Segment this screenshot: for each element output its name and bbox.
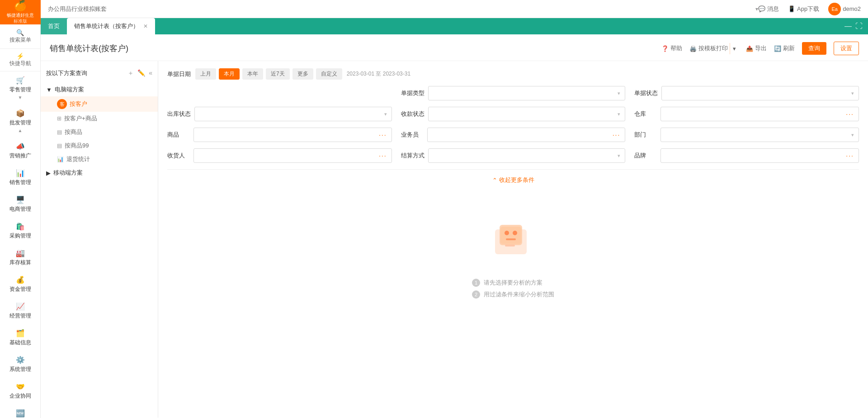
sidebar-item-retail[interactable]: 🛒 零售管理 ▼ xyxy=(0,71,40,104)
ecommerce-icon: 🖥️ xyxy=(16,195,25,204)
tab-close-btn[interactable]: ✕ xyxy=(143,23,148,29)
warehouse-dots: ··· xyxy=(846,110,854,118)
logo-sub: 标准版 xyxy=(14,18,27,24)
svg-point-6 xyxy=(505,231,509,235)
tree-group-desktop-label: 电脑端方案 xyxy=(55,86,84,94)
department-label: 部门 xyxy=(634,131,657,139)
collapse-btn[interactable]: ⌃ 收起更多条件 xyxy=(167,171,859,189)
filter-payment-method: 结算方式 ▾ xyxy=(401,148,626,163)
stock-out-control[interactable]: ▾ xyxy=(194,107,392,121)
app-download-btn[interactable]: 📱 App下载 xyxy=(788,5,819,13)
salesman-control[interactable]: ··· xyxy=(427,128,626,142)
sidebar-item-inventory[interactable]: 🏭 库存核算 xyxy=(0,244,40,271)
receiver-control[interactable]: ··· xyxy=(193,148,392,163)
enterprise-icon: 🤝 xyxy=(16,382,25,391)
sidebar-item-sales[interactable]: 📊 销售管理 xyxy=(0,164,40,191)
tree-group-desktop-arrow: ▼ xyxy=(46,86,52,93)
tab-home-label: 首页 xyxy=(48,22,60,30)
sidebar-item-operations-label: 经营管理 xyxy=(9,312,31,320)
sidebar-item-basics[interactable]: 🗂️ 基础信息 xyxy=(0,324,40,351)
tree-group-mobile-label: 移动端方案 xyxy=(53,169,83,177)
tree-item-returns[interactable]: 📊 退货统计 xyxy=(41,152,158,166)
help-btn[interactable]: ❓ 帮助 xyxy=(661,44,682,52)
date-btn-this-year[interactable]: 本年 xyxy=(242,68,263,80)
tabbar-actions: — ⛶ xyxy=(844,22,868,30)
filter-department: 部门 ▾ xyxy=(634,128,859,142)
order-type-control[interactable]: ▾ xyxy=(428,86,626,100)
phone-icon: 📱 xyxy=(788,5,795,12)
page-actions: ❓ 帮助 🖨️ 按模板打印 ▾ 📤 导出 🔄 刷新 查询 设置 xyxy=(661,42,859,55)
sidebar-item-system[interactable]: ⚙️ 系统管理 xyxy=(0,351,40,378)
order-status-arrow: ▾ xyxy=(851,90,854,96)
department-control[interactable]: ▾ xyxy=(660,128,859,142)
tree-item-customer-goods[interactable]: ⊞ 按客户+商品 xyxy=(41,112,158,125)
sidebar-item-newuser[interactable]: 🆕 新手引导 xyxy=(0,404,40,418)
date-btn-this-month[interactable]: 本月 xyxy=(219,68,240,80)
date-label: 单据日期 xyxy=(167,70,191,78)
filter-order-type: 单据类型 ▾ xyxy=(401,86,626,100)
inventory-icon: 🏭 xyxy=(16,249,25,257)
sidebar-item-finance[interactable]: 💰 资金管理 xyxy=(0,271,40,298)
print-dropdown-arrow[interactable]: ▾ xyxy=(730,43,739,54)
settings-btn[interactable]: 设置 xyxy=(834,42,859,55)
query-btn[interactable]: 查询 xyxy=(802,42,826,55)
tree-item-by-customer[interactable]: 客 按客户 xyxy=(41,96,158,112)
sidebar-item-retail-label: 零售管理 xyxy=(9,86,31,94)
left-panel: 按以下方案查询 ＋ ✏️ « ▼ 电脑端方案 客 按客户 ⊞ 按客户+商品 xyxy=(41,61,158,418)
sidebar-item-wholesale[interactable]: 📦 批发管理 ▲ xyxy=(0,104,40,138)
tip-text-1: 请先选择要分析的方案 xyxy=(484,279,542,287)
sidebar-item-ecommerce[interactable]: 🖥️ 电商管理 xyxy=(0,191,40,218)
stock-out-label: 出库状态 xyxy=(167,110,191,118)
date-btn-more[interactable]: 更多 xyxy=(292,68,313,80)
tab-maximize-btn[interactable]: ⛶ xyxy=(855,22,863,30)
payment-status-arrow: ▾ xyxy=(618,111,620,117)
filter-goods: 商品 ··· xyxy=(167,128,392,142)
tab-home[interactable]: 首页 xyxy=(41,18,67,34)
tab-minimize-btn[interactable]: — xyxy=(844,22,852,30)
export-btn[interactable]: 📤 导出 xyxy=(746,44,767,52)
user-profile-btn[interactable]: Ea demo2 xyxy=(828,3,861,15)
svg-rect-8 xyxy=(506,238,516,240)
export-icon: 📤 xyxy=(746,45,753,52)
order-status-control[interactable]: ▾ xyxy=(661,86,859,100)
payment-method-control[interactable]: ▾ xyxy=(428,148,626,163)
empty-tip-1: 1 请先选择要分析的方案 xyxy=(472,279,554,287)
tree-group-mobile[interactable]: ▶ 移动端方案 xyxy=(41,166,158,180)
retail-arrow: ▼ xyxy=(18,95,23,100)
payment-status-control[interactable]: ▾ xyxy=(428,107,626,121)
message-btn[interactable]: 💬 消息 xyxy=(758,5,779,13)
sidebar-item-marketing[interactable]: 📣 营销推广 xyxy=(0,138,40,164)
content-body: 按以下方案查询 ＋ ✏️ « ▼ 电脑端方案 客 按客户 ⊞ 按客户+商品 xyxy=(41,61,868,418)
tab-sales-stat[interactable]: 销售单统计表（按客户） ✕ xyxy=(67,18,155,34)
date-btn-last-month[interactable]: 上月 xyxy=(195,68,216,80)
sidebar-item-finance-label: 资金管理 xyxy=(9,285,31,293)
order-type-arrow: ▾ xyxy=(618,90,620,96)
sidebar-item-purchase[interactable]: 🛍️ 采购管理 xyxy=(0,218,40,244)
add-scheme-btn[interactable]: ＋ xyxy=(127,69,134,77)
collapse-panel-btn[interactable]: « xyxy=(149,69,152,77)
tree-item-by-goods-label: 按商品 xyxy=(65,128,82,136)
tree-group-desktop[interactable]: ▼ 电脑端方案 xyxy=(41,83,158,96)
tree-item-by-goods99[interactable]: ▤ 按商品99 xyxy=(41,139,158,152)
sidebar-item-quicknav[interactable]: ⚡ 快捷导航 xyxy=(0,49,40,71)
date-btn-last-7days[interactable]: 近7天 xyxy=(266,68,290,80)
date-btn-custom[interactable]: 自定义 xyxy=(316,68,342,80)
tree-item-by-goods[interactable]: ▤ 按商品 xyxy=(41,125,158,139)
header: 办公用品行业模拟账套 ▾ 💬 消息 📱 App下载 Ea demo2 xyxy=(41,0,868,18)
sales-icon: 📊 xyxy=(16,169,25,177)
print-btn[interactable]: 🖨️ 按模板打印 ▾ xyxy=(689,43,739,54)
filter-receiver: 收货人 ··· xyxy=(167,148,392,163)
brand-control[interactable]: ··· xyxy=(660,148,859,163)
avatar: Ea xyxy=(828,3,841,15)
filter-stock-out: 出库状态 ▾ xyxy=(167,107,392,121)
sidebar-item-search[interactable]: 🔍 搜索菜单 xyxy=(0,24,40,49)
svg-rect-4 xyxy=(505,245,515,247)
warehouse-control[interactable]: ··· xyxy=(660,107,859,121)
sidebar-item-enterprise[interactable]: 🤝 企业协同 xyxy=(0,378,40,404)
edit-scheme-btn[interactable]: ✏️ xyxy=(137,69,145,77)
sidebar-item-operations[interactable]: 📈 经营管理 xyxy=(0,298,40,324)
retail-icon: 🛒 xyxy=(16,76,25,85)
header-right: 💬 消息 📱 App下载 Ea demo2 xyxy=(758,3,861,15)
refresh-btn[interactable]: 🔄 刷新 xyxy=(774,44,795,52)
goods-control[interactable]: ··· xyxy=(193,128,392,142)
